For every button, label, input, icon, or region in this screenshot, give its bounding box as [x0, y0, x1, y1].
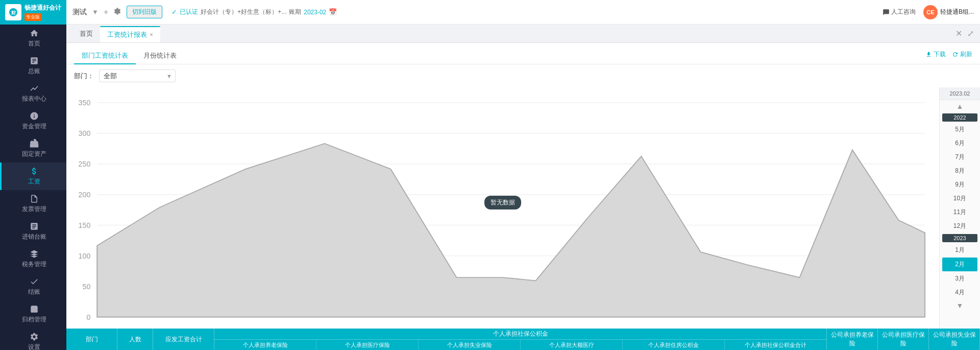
logo-badge: 专业版	[24, 13, 41, 21]
tax-icon	[30, 249, 39, 259]
sidebar-item-assets[interactable]: 固定资产	[0, 135, 66, 162]
sidebar-item-ledger[interactable]: 总账	[0, 52, 66, 80]
funds-icon	[30, 111, 39, 121]
logo-icon: 财	[5, 4, 21, 20]
sidebar-item-invoice[interactable]: 发票管理	[0, 190, 66, 218]
panel-month-3[interactable]: 3月	[940, 272, 980, 286]
sidebar-item-reports[interactable]: 报表中心	[0, 80, 66, 107]
chart-container: 350 300 250 200 150 100 50 0	[66, 87, 939, 329]
tab-salary-report[interactable]: 工资统计报表 ×	[100, 26, 160, 42]
user-name: 轻捷通B组...	[940, 8, 974, 16]
download-label: 下载	[934, 50, 946, 59]
chart-and-panel: 350 300 250 200 150 100 50 0	[66, 87, 980, 329]
tabs-bar: 首页 工资统计报表 × ✕ ⤢	[66, 25, 980, 43]
tf-group-personal-insurance: 个人承担社保公积金 个人承担养老保险 个人承担医疗保险 个人承担失业保险 个人承…	[214, 329, 827, 350]
close-account-icon	[30, 277, 39, 286]
panel-month-6[interactable]: 6月	[940, 136, 980, 150]
sidebar-item-label-close: 结账	[28, 288, 40, 296]
panel-nav-up[interactable]: ▲	[940, 100, 980, 112]
sidebar-item-label-ledger: 总账	[28, 67, 40, 76]
sidebar-item-sales[interactable]: 进销台账	[0, 218, 66, 245]
invoice-icon	[30, 194, 39, 203]
download-button[interactable]: 下载	[925, 50, 946, 59]
tf-company-unemployment: 公司承担失业保险	[929, 329, 980, 350]
tf-company-medical: 公司承担医疗保险	[878, 329, 929, 350]
panel-month-11[interactable]: 11月	[940, 205, 980, 219]
sidebar-item-label-reports: 报表中心	[22, 95, 46, 103]
sidebar-item-tax[interactable]: 税务管理	[0, 245, 66, 273]
svg-text:150: 150	[79, 221, 91, 229]
sales-icon	[30, 222, 39, 231]
settings-icon	[30, 332, 39, 341]
svg-text:100: 100	[79, 252, 91, 260]
chart-area-polygon	[97, 144, 925, 317]
dept-select-wrapper: 全部 部门1 部门2 ▼	[99, 69, 176, 82]
user-avatar: CE	[923, 5, 938, 19]
topbar-tags-label: 好会计（专）+好生意（标）+...	[201, 8, 286, 16]
topbar-help-button[interactable]: 人工咨询	[883, 8, 916, 16]
sidebar-item-funds[interactable]: 资金管理	[0, 107, 66, 135]
dept-filter-label: 部门：	[74, 72, 94, 81]
topbar-tags: ✓ 已认证 好会计（专）+好生意（标）+... 账期 2023-02 📅	[172, 8, 337, 16]
topbar-calendar-icon[interactable]: 📅	[329, 8, 337, 16]
topbar: 测试 ▼ + 切到旧版 ✓ 已认证 好会计（专）+好生意（标）+... 账期 2…	[66, 0, 980, 25]
assets-icon	[30, 139, 39, 148]
topbar-verify-icon: ✓	[172, 8, 177, 16]
svg-text:财: 财	[11, 10, 16, 15]
refresh-button[interactable]: 刷新	[952, 50, 972, 59]
ledger-icon	[30, 56, 39, 65]
tf-group-personal-title: 个人承担社保公积金	[214, 329, 826, 340]
topbar-dropdown-arrow[interactable]: ▼	[92, 8, 99, 16]
topbar-add-button[interactable]: +	[104, 8, 108, 17]
sub-tab-dept[interactable]: 部门工资统计表	[74, 48, 136, 64]
svg-text:250: 250	[79, 160, 91, 168]
tab-home[interactable]: 首页	[72, 26, 100, 41]
tab-window-close-icon[interactable]: ✕	[955, 29, 962, 38]
table-footer: 部门 人数 应发工资合计 个人承担社保公积金 个人承担养老保险 个人承担医疗保险…	[66, 329, 980, 350]
panel-year-2023: 2023	[942, 234, 977, 242]
panel-month-7[interactable]: 7月	[940, 150, 980, 164]
panel-month-1[interactable]: 1月	[940, 243, 980, 257]
download-icon	[925, 51, 932, 58]
logo-title: 畅捷通好会计	[24, 4, 61, 12]
sidebar-item-home[interactable]: 首页	[0, 25, 66, 52]
sidebar-item-label-salary: 工资	[28, 177, 40, 186]
topbar-period-value: 2023-02	[304, 9, 326, 16]
sidebar-item-settings[interactable]: 设置	[0, 328, 66, 350]
sub-tab-month[interactable]: 月份统计表	[136, 48, 184, 64]
topbar-user[interactable]: CE 轻捷通B组...	[923, 5, 974, 19]
panel-month-8[interactable]: 8月	[940, 164, 980, 178]
tf-col-total-salary: 应发工资合计	[153, 329, 214, 350]
sidebar-item-label-archive: 归档管理	[22, 315, 46, 324]
topbar-gear-icon[interactable]	[113, 7, 121, 17]
topbar-help-label: 人工咨询	[891, 8, 916, 16]
sidebar-item-close-account[interactable]: 结账	[0, 273, 66, 300]
topbar-old-mode-button[interactable]: 切到旧版	[127, 6, 162, 18]
sidebar-item-archive[interactable]: 归档管理	[0, 300, 66, 328]
tab-maximize-icon[interactable]: ⤢	[967, 29, 974, 38]
panel-month-5[interactable]: 5月	[940, 123, 980, 136]
archive-icon	[30, 305, 39, 314]
topbar-right: 人工咨询 CE 轻捷通B组...	[883, 5, 974, 19]
refresh-label: 刷新	[960, 50, 972, 59]
sidebar-item-salary[interactable]: 工资	[0, 162, 66, 190]
dept-select[interactable]: 全部 部门1 部门2	[99, 69, 176, 82]
tf-col-headcount: 人数	[117, 329, 153, 350]
topbar-verified-label: 已认证	[180, 8, 198, 16]
panel-nav-down[interactable]: ▼	[940, 299, 980, 312]
table-footer-inner: 部门 人数 应发工资合计 个人承担社保公积金 个人承担养老保险 个人承担医疗保险…	[66, 329, 980, 350]
panel-date-header: 2023.02	[940, 87, 980, 100]
tf-personal-pension: 个人承担养老保险	[214, 340, 316, 351]
sidebar-item-label-tax: 税务管理	[22, 260, 46, 269]
panel-month-9[interactable]: 9月	[940, 178, 980, 192]
home-icon	[30, 29, 39, 38]
panel-month-4[interactable]: 4月	[940, 286, 980, 299]
panel-month-10[interactable]: 10月	[940, 192, 980, 205]
sidebar-item-label-home: 首页	[28, 39, 40, 48]
tab-close-button[interactable]: ×	[150, 31, 153, 38]
svg-text:350: 350	[79, 99, 91, 107]
salary-icon	[30, 167, 39, 176]
panel-month-2-active[interactable]: 2月	[942, 258, 977, 271]
sidebar-item-label-sales: 进销台账	[22, 232, 46, 241]
panel-month-12[interactable]: 12月	[940, 219, 980, 233]
